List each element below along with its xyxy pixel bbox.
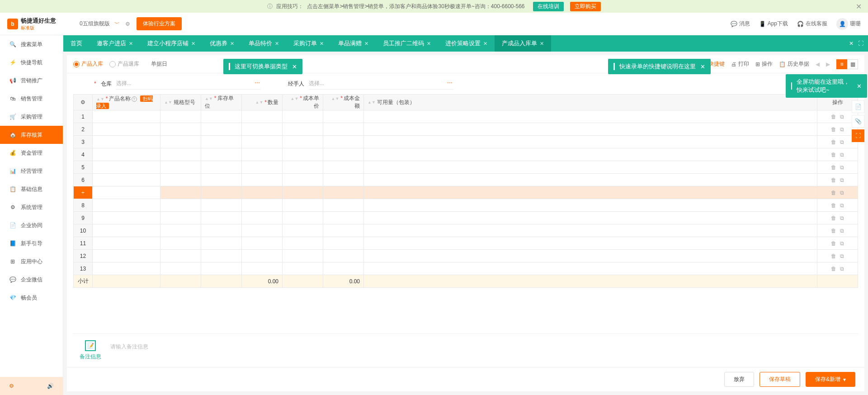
table-row[interactable]: 12🗑⧉ bbox=[74, 250, 858, 262]
customer-service-link[interactable]: 🎧在线客服 bbox=[797, 20, 827, 28]
sidebar-item[interactable]: 📄企业协同 bbox=[0, 216, 63, 234]
table-row[interactable]: 4🗑⧉ bbox=[74, 148, 858, 161]
tab[interactable]: 单品满赠✕ bbox=[331, 35, 376, 52]
table-row[interactable]: 9🗑⧉ bbox=[74, 212, 858, 224]
delete-row-icon[interactable]: 🗑 bbox=[831, 164, 836, 171]
history-button[interactable]: 📋历史单据 bbox=[779, 60, 809, 68]
sidebar-item[interactable]: 💰资金管理 bbox=[0, 144, 63, 162]
delete-row-icon[interactable]: 🗑 bbox=[831, 139, 836, 145]
table-row[interactable]: 1🗑⧉ bbox=[74, 110, 858, 123]
float-fullscreen-icon[interactable]: ⛶ bbox=[852, 129, 864, 142]
sidebar-item[interactable]: ⚡快捷导航 bbox=[0, 53, 63, 71]
tab[interactable]: 邀客户进店✕ bbox=[90, 35, 140, 52]
copy-row-icon[interactable]: ⧉ bbox=[840, 114, 844, 120]
table-row[interactable]: 10🗑⧉ bbox=[74, 224, 858, 237]
tab[interactable]: 产成品入库单✕ bbox=[495, 35, 551, 52]
table-row[interactable]: 13🗑⧉ bbox=[74, 262, 858, 275]
buy-now-button[interactable]: 立即购买 bbox=[570, 2, 601, 11]
tab[interactable]: 优惠券✕ bbox=[203, 35, 241, 52]
table-row[interactable]: 3🗑⧉ bbox=[74, 136, 858, 148]
sidebar-item[interactable]: 📘新手引导 bbox=[0, 234, 63, 252]
close-icon[interactable]: ✕ bbox=[700, 63, 705, 70]
handler-select[interactable]: 选择...⋯ bbox=[309, 78, 453, 90]
delete-row-icon[interactable]: 🗑 bbox=[831, 190, 836, 196]
tab-close-icon[interactable]: ✕ bbox=[540, 41, 544, 47]
copy-row-icon[interactable]: ⧉ bbox=[840, 202, 844, 209]
sidebar-item[interactable]: 💎畅会员 bbox=[0, 289, 63, 307]
delete-row-icon[interactable]: 🗑 bbox=[831, 114, 836, 120]
more-icon[interactable]: ⋯ bbox=[255, 80, 261, 87]
col-amount[interactable]: ▲▼*成本金额 bbox=[323, 95, 364, 110]
app-download-link[interactable]: 📱App下载 bbox=[759, 20, 788, 28]
tab-close-icon[interactable]: ✕ bbox=[191, 41, 195, 47]
tab-close-icon[interactable]: ✕ bbox=[483, 41, 487, 47]
tab-close-icon[interactable]: ✕ bbox=[275, 41, 279, 47]
view-list-button[interactable]: ≡ bbox=[836, 59, 847, 69]
sidebar-item[interactable]: 📢营销推广 bbox=[0, 71, 63, 90]
col-price[interactable]: ▲▼*成本单价 bbox=[283, 95, 323, 110]
copy-row-icon[interactable]: ⧉ bbox=[840, 152, 844, 158]
float-attach-icon[interactable]: 📎 bbox=[852, 115, 864, 128]
org-selector[interactable]: 0五组旗舰版 ﹀ bbox=[80, 20, 120, 28]
close-icon[interactable]: ✕ bbox=[857, 83, 862, 90]
tab-close-icon[interactable]: ✕ bbox=[427, 41, 431, 47]
table-row[interactable]: 8🗑⧉ bbox=[74, 199, 858, 212]
online-training-button[interactable]: 在线培训 bbox=[533, 2, 564, 11]
delete-row-icon[interactable]: 🗑 bbox=[831, 202, 836, 209]
delete-row-icon[interactable]: 🗑 bbox=[831, 126, 836, 133]
copy-row-icon[interactable]: ⧉ bbox=[840, 228, 844, 234]
sidebar-item[interactable]: 🏠库存核算 bbox=[0, 126, 63, 144]
table-row[interactable]: 2🗑⧉ bbox=[74, 123, 858, 136]
delete-row-icon[interactable]: 🗑 bbox=[831, 240, 836, 247]
col-available[interactable]: ▲▼可用量（包装） bbox=[364, 95, 817, 110]
help-icon[interactable]: ? bbox=[132, 96, 137, 102]
tab[interactable]: 采购订单✕ bbox=[286, 35, 331, 52]
copy-row-icon[interactable]: ⧉ bbox=[840, 190, 844, 196]
radio-product-out[interactable]: 产品退库 bbox=[109, 60, 139, 68]
table-row[interactable]: 6🗑⧉ bbox=[74, 174, 858, 186]
copy-row-icon[interactable]: ⧉ bbox=[840, 126, 844, 133]
delete-row-icon[interactable]: 🗑 bbox=[831, 152, 836, 158]
col-unit[interactable]: ▲▼*库存单位 bbox=[201, 95, 242, 110]
discard-button[interactable]: 放弃 bbox=[724, 372, 754, 387]
col-product-name[interactable]: ▲▼*产品名称? 扫码录入 bbox=[93, 95, 160, 110]
save-new-button[interactable]: 保存&新增▾ bbox=[806, 372, 855, 387]
next-icon[interactable]: ▶ bbox=[826, 61, 830, 67]
copy-row-icon[interactable]: ⧉ bbox=[840, 266, 844, 272]
tab[interactable]: 单品特价✕ bbox=[241, 35, 286, 52]
sidebar-item[interactable]: 📋基础信息 bbox=[0, 180, 63, 198]
col-qty[interactable]: ▲▼*数量 bbox=[242, 95, 283, 110]
org-settings-icon[interactable]: ⚙ bbox=[125, 21, 130, 27]
sidebar-item[interactable]: 📊经营管理 bbox=[0, 162, 63, 180]
save-draft-button[interactable]: 保存草稿 bbox=[760, 372, 800, 387]
copy-row-icon[interactable]: ⧉ bbox=[840, 139, 844, 145]
delete-row-icon[interactable]: 🗑 bbox=[831, 215, 836, 221]
delete-row-icon[interactable]: 🗑 bbox=[831, 253, 836, 259]
delete-row-icon[interactable]: 🗑 bbox=[831, 177, 836, 183]
sidebar-item[interactable]: ⊞应用中心 bbox=[0, 252, 63, 271]
table-row[interactable]: 11🗑⧉ bbox=[74, 237, 858, 250]
radio-product-in[interactable]: 产品入库 bbox=[73, 60, 103, 68]
copy-row-icon[interactable]: ⧉ bbox=[840, 253, 844, 259]
sidebar-item[interactable]: ⚙系统管理 bbox=[0, 198, 63, 216]
add-row-icon[interactable]: + bbox=[79, 189, 87, 197]
copy-row-icon[interactable]: ⧉ bbox=[840, 215, 844, 221]
sidebar-item[interactable]: 💬企业微信 bbox=[0, 271, 63, 289]
messages-link[interactable]: 💬消息 bbox=[731, 20, 750, 28]
view-card-button[interactable]: ▦ bbox=[847, 59, 858, 69]
user-menu[interactable]: 👤珊珊 bbox=[836, 18, 861, 30]
tab-close-icon[interactable]: ✕ bbox=[129, 41, 133, 47]
delete-row-icon[interactable]: 🗑 bbox=[831, 228, 836, 234]
col-settings[interactable]: ⚙ bbox=[74, 95, 93, 110]
prev-icon[interactable]: ◀ bbox=[816, 61, 820, 67]
tab[interactable]: 进价策略设置✕ bbox=[438, 35, 495, 52]
more-icon[interactable]: ⋯ bbox=[447, 80, 453, 87]
copy-row-icon[interactable]: ⧉ bbox=[840, 177, 844, 183]
float-note-icon[interactable]: 📄 bbox=[852, 100, 864, 113]
tabs-expand-icon[interactable]: ⛶ bbox=[858, 40, 863, 47]
sidebar-item[interactable]: 🛒采购管理 bbox=[0, 108, 63, 126]
tab-close-icon[interactable]: ✕ bbox=[320, 41, 324, 47]
settings-icon[interactable]: ⚙ bbox=[9, 383, 14, 389]
operations-button[interactable]: ⊞操作 bbox=[755, 60, 773, 68]
table-row[interactable]: +🗑⧉ bbox=[74, 186, 858, 199]
